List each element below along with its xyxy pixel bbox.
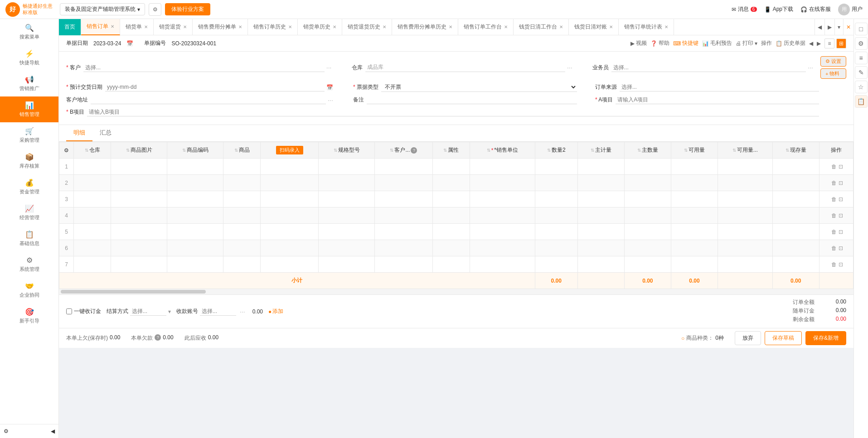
- add-button[interactable]: ● 添加: [268, 308, 283, 315]
- table-cell[interactable]: [671, 159, 718, 175]
- row-delete-icon[interactable]: 🗑: [831, 261, 837, 268]
- table-cell[interactable]: [718, 240, 772, 256]
- table-cell[interactable]: [772, 191, 819, 207]
- col-available[interactable]: ⇅可用量: [671, 142, 718, 159]
- table-cell[interactable]: [319, 256, 375, 273]
- table-cell[interactable]: [261, 191, 319, 207]
- table-cell[interactable]: [432, 240, 470, 256]
- table-cell[interactable]: [319, 191, 375, 207]
- table-cell[interactable]: [535, 240, 577, 256]
- table-cell[interactable]: [470, 207, 535, 224]
- tab-cost-history[interactable]: 销售费用分摊单历史 ✕: [392, 19, 458, 35]
- sidebar-item-purchase[interactable]: 🛒 采购管理: [0, 122, 58, 148]
- table-cell[interactable]: [223, 256, 261, 273]
- table-cell[interactable]: [772, 159, 819, 175]
- table-cell[interactable]: [577, 256, 624, 273]
- table-cell[interactable]: [111, 256, 167, 273]
- table-cell[interactable]: [261, 207, 319, 224]
- table-cell[interactable]: [772, 224, 819, 240]
- table-cell[interactable]: [74, 256, 111, 273]
- row-delete-icon[interactable]: 🗑: [831, 229, 837, 235]
- calendar-delivery-icon[interactable]: 📅: [325, 84, 335, 91]
- row-copy-icon[interactable]: ⊡: [839, 212, 843, 219]
- account-input[interactable]: [200, 307, 236, 316]
- row-delete-icon[interactable]: 🗑: [831, 180, 837, 186]
- rp-icon-1[interactable]: □: [855, 23, 868, 35]
- tab-prev-button[interactable]: ◀: [815, 19, 824, 35]
- table-cell[interactable]: [718, 159, 772, 175]
- table-cell[interactable]: [577, 240, 624, 256]
- row-copy-icon[interactable]: ⊡: [839, 229, 843, 235]
- horizontal-scrollbar[interactable]: [59, 289, 853, 294]
- app-download-button[interactable]: 📱 App下载: [764, 5, 793, 13]
- warehouse-input[interactable]: [365, 63, 566, 72]
- table-cell[interactable]: [535, 207, 577, 224]
- status-info-icon[interactable]: ?: [155, 334, 161, 341]
- table-cell[interactable]: [74, 207, 111, 224]
- table-cell[interactable]: [624, 159, 671, 175]
- table-cell[interactable]: [167, 159, 223, 175]
- save-new-button[interactable]: 保存&新增: [805, 331, 846, 345]
- col-unit[interactable]: ⇅**销售单位: [470, 142, 535, 159]
- col-product[interactable]: ⇅商品: [223, 142, 261, 159]
- table-cell[interactable]: [111, 207, 167, 224]
- col-available2[interactable]: ⇅可用量...: [718, 142, 772, 159]
- table-cell[interactable]: [432, 224, 470, 240]
- table-cell[interactable]: [223, 175, 261, 191]
- customer-input[interactable]: [83, 63, 325, 72]
- view-btn[interactable]: ▶ 视频: [630, 39, 647, 47]
- table-cell[interactable]: [671, 191, 718, 207]
- table-cell[interactable]: [167, 175, 223, 191]
- table-cell[interactable]: [772, 240, 819, 256]
- rp-icon-2[interactable]: ⚙: [855, 37, 868, 50]
- tab-next-button[interactable]: ▶: [824, 19, 834, 35]
- tab-sales-order[interactable]: 销售订单 ✕: [81, 19, 120, 35]
- sidebar-item-collab[interactable]: 🤝 企业协同: [0, 277, 58, 303]
- table-cell[interactable]: [772, 256, 819, 273]
- shortcut-btn[interactable]: ⌨ 快捷键: [673, 39, 698, 47]
- tab-close-icon[interactable]: ✕: [449, 24, 452, 29]
- table-cell[interactable]: [261, 175, 319, 191]
- profit-btn[interactable]: 📊 毛利预告: [702, 39, 732, 47]
- table-cell[interactable]: [671, 240, 718, 256]
- table-cell[interactable]: [375, 191, 433, 207]
- table-cell[interactable]: [432, 207, 470, 224]
- row-delete-icon[interactable]: 🗑: [831, 212, 837, 219]
- table-cell[interactable]: [535, 224, 577, 240]
- table-cell[interactable]: [577, 207, 624, 224]
- table-cell[interactable]: [223, 191, 261, 207]
- table-cell[interactable]: [624, 175, 671, 191]
- row-copy-icon[interactable]: ⊡: [839, 261, 843, 268]
- table-cell[interactable]: [375, 240, 433, 256]
- col-spec[interactable]: ⇅规格型号: [319, 142, 375, 159]
- tab-reconciliation[interactable]: 钱货日清对账 ✕: [569, 19, 619, 35]
- col-scan[interactable]: 扫码录入: [261, 142, 319, 159]
- settings-button[interactable]: ⚙ 设置: [820, 56, 846, 67]
- table-cell[interactable]: [624, 224, 671, 240]
- table-cell[interactable]: [470, 224, 535, 240]
- rp-icon-3[interactable]: ≡: [855, 52, 868, 64]
- table-cell[interactable]: [470, 175, 535, 191]
- row-delete-icon[interactable]: 🗑: [831, 164, 837, 170]
- tab-close-icon[interactable]: ✕: [288, 24, 292, 29]
- table-cell[interactable]: [535, 159, 577, 175]
- sidebar-item-search[interactable]: 🔍 搜索菜单: [0, 19, 58, 45]
- table-cell[interactable]: [167, 240, 223, 256]
- table-cell[interactable]: [375, 207, 433, 224]
- table-cell[interactable]: [671, 256, 718, 273]
- table-cell[interactable]: [223, 207, 261, 224]
- tab-sale-return[interactable]: 销货退货 ✕: [154, 19, 193, 35]
- table-cell[interactable]: [74, 191, 111, 207]
- table-cell[interactable]: [261, 224, 319, 240]
- system-selector[interactable]: 装备及固定资产辅助管理系统 ▾: [60, 3, 145, 15]
- discard-button[interactable]: 放弃: [735, 331, 761, 345]
- row-copy-icon[interactable]: ⊡: [839, 164, 843, 170]
- row-copy-icon[interactable]: ⊡: [839, 180, 843, 186]
- scroll-thumb[interactable]: [61, 290, 206, 294]
- grid-view-icon[interactable]: ⊞: [836, 39, 846, 48]
- table-cell[interactable]: [319, 159, 375, 175]
- table-cell[interactable]: [319, 207, 375, 224]
- row-delete-icon[interactable]: 🗑: [831, 196, 837, 202]
- add-material-button[interactable]: + 物料: [820, 68, 846, 79]
- table-cell[interactable]: [624, 256, 671, 273]
